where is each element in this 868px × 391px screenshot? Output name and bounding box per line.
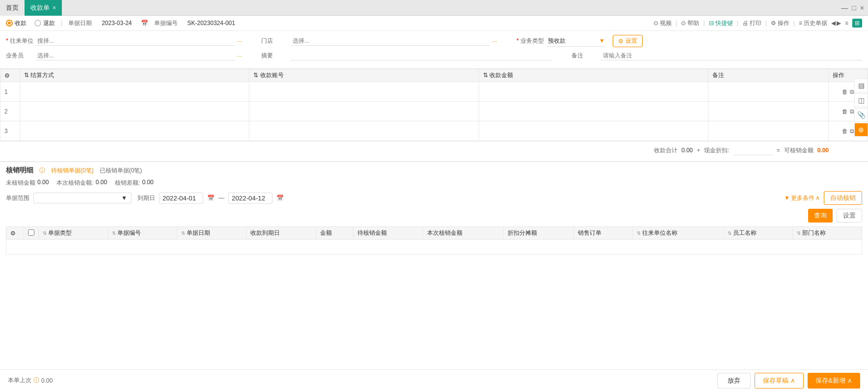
row-copy-1[interactable]: ⧉ — [850, 88, 854, 95]
btn-action[interactable]: ⚙ 操作 — [771, 19, 789, 28]
settings-gear-icon: ⚙ — [618, 38, 624, 45]
tab-close-icon[interactable]: × — [53, 4, 56, 11]
float-btn-1[interactable]: ▤ — [854, 79, 868, 92]
nav-arrows: ◀ ▶ — [831, 20, 841, 27]
th-settings[interactable]: ⚙ — [0, 69, 20, 82]
settings-button[interactable]: ⚙ 设置 — [613, 35, 643, 47]
row-account-3[interactable] — [249, 121, 479, 141]
calendar-from-icon[interactable]: 📅 — [207, 195, 215, 201]
tab-home[interactable]: 首页 — [0, 0, 25, 16]
biz-type-arrow-icon[interactable]: ▼ — [599, 37, 605, 44]
hx-th-due-date-label: 收款到期日 — [250, 229, 280, 236]
query-button[interactable]: 查询 — [808, 209, 833, 223]
hx-th-bill-type: ⇅ 单据类型 — [39, 227, 108, 240]
row-amount-3[interactable] — [479, 121, 708, 141]
filter-range-select[interactable]: ▼ — [33, 193, 132, 203]
tab-bar: 首页 收款单 × — □ × — [0, 0, 868, 16]
float-btn-2[interactable]: ◫ — [854, 93, 868, 107]
row-remark-2[interactable] — [708, 102, 829, 121]
row-remark-1[interactable] — [708, 82, 829, 102]
view-list-icon[interactable]: ≡ — [845, 20, 848, 27]
hx-select-all[interactable] — [28, 229, 34, 236]
hx-stats: 未核销金额 0.00 本次核销金额: 0.00 核销差额: 0.00 — [6, 179, 862, 187]
filter-date-to[interactable] — [228, 193, 272, 204]
form-section: 往来单位 ··· 门店 ··· 业务类型 预收款 ▼ ⚙ 设置 — [0, 31, 868, 69]
bottom-info-icon[interactable]: ⓘ — [33, 376, 39, 385]
doc-date-value: 2023-03-24 — [102, 20, 132, 27]
tab-receipt-label: 收款单 — [30, 3, 50, 12]
hx-th-counterparty-label: 往来单位名称 — [642, 229, 678, 236]
maximize-button[interactable]: □ — [852, 4, 856, 12]
btn-history[interactable]: ≡ 历史单据 — [799, 19, 827, 28]
row-amount-1[interactable] — [479, 82, 708, 102]
filter-range-arrow[interactable]: ▼ — [121, 195, 127, 201]
save-new-button[interactable]: 保存&新增 ∧ — [808, 373, 860, 389]
remark-input[interactable] — [601, 51, 862, 60]
doc-num-label: 单据编号 — [154, 19, 178, 28]
calendar-to-icon[interactable]: 📅 — [276, 195, 284, 201]
discount-input[interactable] — [733, 145, 773, 155]
save-draft-arrow[interactable]: ∧ — [790, 377, 795, 384]
row-account-1[interactable] — [249, 82, 479, 102]
staff-input[interactable] — [35, 51, 235, 60]
hx-settings-button[interactable]: 设置 — [837, 209, 862, 223]
row-delete-1[interactable]: 🗑 — [842, 88, 848, 95]
float-btn-3[interactable]: 📎 — [854, 108, 868, 122]
diff-value: 0.00 — [142, 179, 153, 187]
radio-refund[interactable]: 退款 — [34, 19, 55, 28]
row-settlement-3[interactable] — [20, 121, 249, 141]
hx-settings-label: 设置 — [843, 212, 856, 219]
view-grid-icon[interactable]: ⊞ — [852, 19, 862, 28]
table-row: 3 🗑 ⧉ — [0, 121, 868, 141]
radio-refund-label: 退款 — [43, 19, 55, 28]
tab-receipt[interactable]: 收款单 × — [25, 0, 62, 16]
store-input[interactable] — [291, 36, 490, 46]
table-settings-icon[interactable]: ⚙ — [4, 72, 10, 79]
tab-done[interactable]: 已核销单据(0笔) — [100, 167, 142, 175]
row-settlement-2[interactable] — [20, 102, 249, 121]
hx-filter-left: 单据范围 ▼ 到期日 📅 — 📅 — [6, 193, 284, 204]
hx-settings-icon[interactable]: ⚙ — [10, 230, 16, 237]
btn-shortcut[interactable]: ⊟ 快捷键 — [709, 19, 733, 28]
btn-help[interactable]: ⊙ 帮助 — [681, 19, 699, 28]
btn-print[interactable]: 🖨 打印 — [742, 19, 761, 28]
row-copy-3[interactable]: ⧉ — [850, 128, 854, 135]
counterparty-more-icon[interactable]: ··· — [237, 38, 242, 45]
calendar-icon[interactable]: 📅 — [141, 20, 148, 27]
biz-type-label: 业务类型 — [516, 37, 546, 45]
close-button[interactable]: × — [860, 4, 864, 12]
save-new-arrow[interactable]: ∧ — [847, 377, 852, 384]
more-conditions-button[interactable]: ▼ 更多条件 ∧ — [784, 194, 820, 202]
row-account-2[interactable] — [249, 102, 479, 121]
tab-pending[interactable]: 待核销单据(0笔) — [51, 167, 94, 175]
row-delete-3[interactable]: 🗑 — [842, 128, 848, 135]
row-amount-2[interactable] — [479, 102, 708, 121]
query-label: 查询 — [814, 212, 827, 219]
nav-next-icon[interactable]: ▶ — [837, 20, 841, 27]
hx-header: 核销明细 ⓘ 待核销单据(0笔) 已核销单据(0笔) — [6, 166, 862, 175]
radio-receipt[interactable]: 收款 — [6, 19, 27, 28]
float-btn-4[interactable]: ⊕ — [854, 123, 868, 137]
row-remark-3[interactable] — [708, 121, 829, 141]
counterparty-input[interactable] — [35, 36, 235, 46]
row-copy-2[interactable]: ⧉ — [850, 108, 854, 115]
save-draft-button[interactable]: 保存草稿 ∧ — [755, 373, 804, 389]
hx-th-settings[interactable]: ⚙ — [6, 227, 24, 240]
hx-info-icon[interactable]: ⓘ — [39, 167, 45, 175]
biz-type-select[interactable]: 预收款 ▼ — [546, 36, 605, 47]
minimize-button[interactable]: — — [841, 4, 848, 12]
row-settlement-1[interactable] — [20, 82, 249, 102]
sort-icon-amount: ⇅ — [483, 72, 488, 79]
summary-input[interactable] — [291, 51, 552, 60]
hx-th-check[interactable] — [24, 227, 39, 240]
staff-more-icon[interactable]: ··· — [237, 53, 242, 59]
store-more-icon[interactable]: ··· — [492, 38, 497, 45]
nav-prev-icon[interactable]: ◀ — [831, 20, 836, 27]
auto-reconcile-button[interactable]: 自动核销 — [824, 191, 862, 205]
abandon-button[interactable]: 放弃 — [717, 373, 751, 389]
filter-date-from[interactable] — [159, 193, 203, 204]
btn-video[interactable]: ⊙ 视频 — [653, 19, 672, 28]
save-new-label: 保存&新增 — [815, 376, 845, 385]
bottom-info-label: 本单上次 — [8, 376, 31, 385]
row-delete-2[interactable]: 🗑 — [842, 108, 848, 115]
